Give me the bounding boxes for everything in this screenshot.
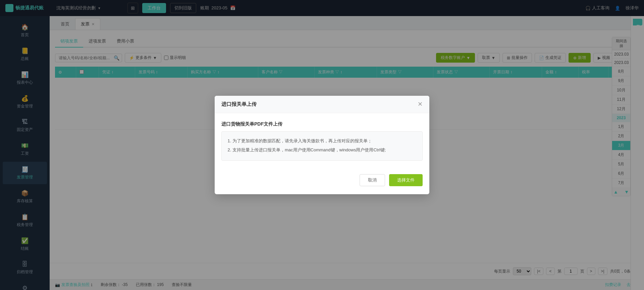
modal-info-box: 为了更加精准的数据匹配，请先录入海关缴款书，再上传对应的报关单； 支持批量上传进… [221,131,423,161]
modal-body: 进口货物报关单PDF文件上传 为了更加精准的数据匹配，请先录入海关缴款书，再上传… [215,113,429,169]
import-customs-modal: 进口报关单上传 ✕ 进口货物报关单PDF文件上传 为了更加精准的数据匹配，请先录… [215,96,429,195]
modal-overlay[interactable]: 进口报关单上传 ✕ 进口货物报关单PDF文件上传 为了更加精准的数据匹配，请先录… [0,0,644,290]
modal-section-title: 进口货物报关单PDF文件上传 [221,121,423,127]
modal-close-button[interactable]: ✕ [418,101,423,107]
modal-info-item-2: 支持批量上传进口报关单，mac用户使用Command键，windows用户使用C… [232,146,417,154]
modal-header: 进口报关单上传 ✕ [215,96,429,113]
modal-footer: 取消 选择文件 [215,169,429,194]
modal-select-file-button[interactable]: 选择文件 [389,174,423,186]
modal-info-item-1: 为了更加精准的数据匹配，请先录入海关缴款书，再上传对应的报关单； [232,137,417,145]
modal-cancel-button[interactable]: 取消 [360,174,385,186]
modal-title: 进口报关单上传 [221,101,257,107]
